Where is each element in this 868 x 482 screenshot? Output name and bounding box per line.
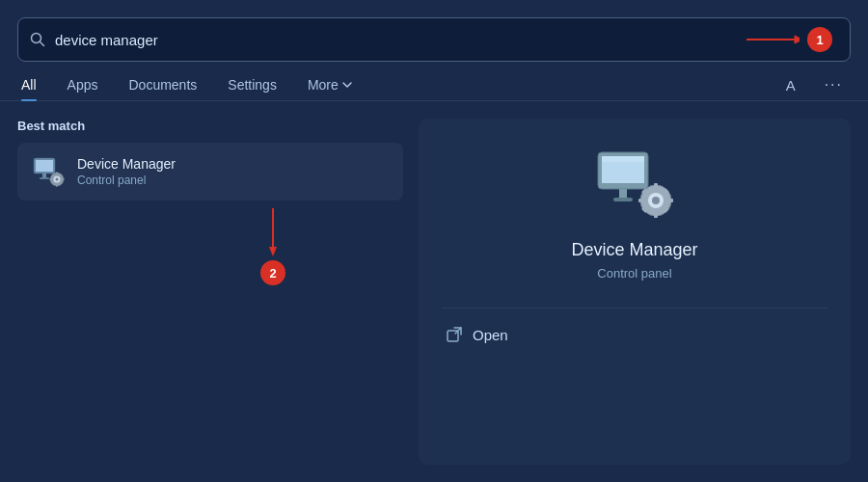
result-item-name: Device Manager — [77, 156, 176, 172]
divider — [442, 308, 827, 308]
annotation-arrow-1 — [742, 32, 800, 47]
svg-marker-16 — [269, 247, 277, 256]
detail-name: Device Manager — [571, 240, 697, 260]
tab-settings[interactable]: Settings — [212, 69, 292, 100]
annotation-badge-2: 2 — [260, 260, 285, 285]
result-item-icon — [31, 154, 66, 189]
tab-more[interactable]: More — [292, 69, 368, 100]
detail-panel: Device Manager Control panel Open — [419, 119, 851, 465]
open-button[interactable]: Open — [442, 326, 508, 343]
svg-rect-19 — [602, 156, 644, 162]
svg-rect-25 — [654, 183, 658, 189]
svg-point-10 — [56, 178, 59, 181]
tabs-bar: All Apps Documents Settings More A ··· — [0, 69, 868, 101]
svg-rect-20 — [619, 189, 627, 199]
svg-rect-7 — [40, 177, 49, 179]
svg-point-24 — [652, 197, 660, 204]
svg-rect-27 — [638, 199, 644, 202]
search-input[interactable] — [55, 32, 838, 48]
result-area: Device Manager Control panel 2 — [17, 143, 403, 285]
chevron-down-icon — [341, 79, 353, 91]
annotation-arrow-2 — [265, 208, 281, 256]
svg-rect-26 — [654, 212, 658, 218]
svg-rect-28 — [667, 199, 673, 202]
svg-rect-5 — [36, 160, 53, 172]
main-content: Best match — [0, 101, 868, 482]
annotation-1: 1 — [742, 27, 832, 52]
section-label: Best match — [17, 119, 403, 133]
svg-rect-11 — [56, 173, 58, 175]
detail-icon — [591, 146, 678, 223]
open-external-icon — [446, 326, 463, 343]
detail-sub: Control panel — [597, 266, 671, 281]
result-item-device-manager[interactable]: Device Manager Control panel — [17, 143, 403, 201]
svg-rect-13 — [50, 178, 53, 180]
tab-apps[interactable]: Apps — [52, 69, 114, 100]
svg-rect-21 — [613, 198, 633, 201]
tabs-right-actions: A ··· — [778, 72, 851, 97]
svg-marker-3 — [795, 36, 800, 43]
search-icon — [30, 32, 45, 47]
text-size-button[interactable]: A — [778, 73, 803, 97]
annotation-2: 2 — [143, 208, 403, 285]
svg-rect-14 — [62, 178, 65, 180]
svg-rect-12 — [56, 184, 58, 187]
result-item-text: Device Manager Control panel — [77, 156, 176, 187]
svg-line-1 — [41, 42, 44, 46]
tab-all[interactable]: All — [17, 69, 52, 100]
search-bar[interactable]: 1 — [17, 17, 851, 62]
left-panel: Best match — [17, 119, 403, 465]
open-label: Open — [473, 327, 508, 343]
tab-documents[interactable]: Documents — [113, 69, 212, 100]
result-item-sub: Control panel — [77, 174, 176, 187]
annotation-badge-1: 1 — [807, 27, 832, 52]
more-options-button[interactable]: ··· — [817, 72, 851, 97]
